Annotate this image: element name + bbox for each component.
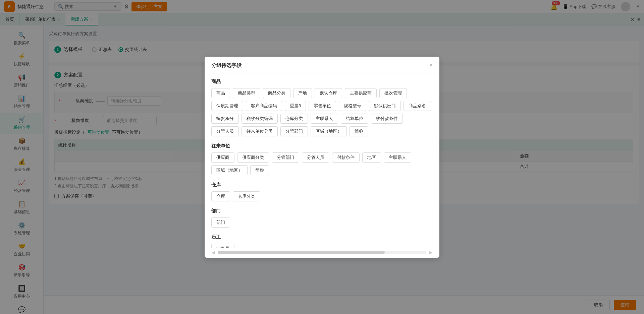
chip-dept[interactable]: 部门 [211,217,230,228]
chip-manage-person2[interactable]: 分管人员 [302,152,329,163]
field-group-warehouse-title: 仓库 [211,182,433,188]
field-group-warehouse: 仓库 仓库 仓库分类 [211,182,433,201]
modal-overlay: 分组待选字段 × 商品 商品 商品类型 商品分类 产地 默认仓库 主要供应商 批… [0,0,644,314]
hscrollbar-thumb [218,251,385,254]
chip-warehouse-category[interactable]: 仓库分类 [280,114,308,124]
scroll-left-arrow[interactable]: ◀ [211,250,215,255]
field-group-dept: 部门 部门 [211,208,433,228]
chip-product-category[interactable]: 商品分类 [263,88,290,98]
chip-supplier-category[interactable]: 供应商分类 [237,152,269,163]
modal-header: 分组待选字段 × [205,57,439,73]
chip-product-type[interactable]: 商品类型 [233,88,260,98]
field-group-dept-title: 部门 [211,208,433,214]
chip-main-contact2[interactable]: 主联系人 [384,152,411,163]
chip-tax-code[interactable]: 税收分类编码 [241,114,278,124]
chip-main-contact[interactable]: 主联系人 [311,114,338,124]
chip-product-alias[interactable]: 商品别名 [404,101,431,111]
chip-supplier[interactable]: 供应商 [211,152,234,163]
chip-payment-cond[interactable]: 付款条件 [332,152,360,163]
chip-default-warehouse[interactable]: 默认仓库 [315,88,342,98]
chip-unit-category[interactable]: 往来单位分类 [241,126,278,136]
chip-batch-mgmt[interactable]: 批次管理 [379,88,407,98]
chip-settlement-unit[interactable]: 结算单位 [341,114,368,124]
modal-dialog: 分组待选字段 × 商品 商品 商品类型 商品分类 产地 默认仓库 主要供应商 批… [205,57,439,258]
modal-title: 分组待选字段 [211,62,241,69]
modal-close-button[interactable]: × [429,62,433,69]
chip-area[interactable]: 地区 [362,152,381,163]
chip-supervisor[interactable]: 分管人员 [211,126,239,136]
chip-warehouse[interactable]: 仓库 [211,191,230,201]
chip-payment-terms[interactable]: 收付款条件 [371,114,403,124]
partner-chips: 供应商 供应商分类 分管部门 分管人员 付款条件 地区 主联系人 区域（地区） … [211,152,433,175]
modal-body: 商品 商品 商品类型 商品分类 产地 默认仓库 主要供应商 批次管理 保质期管理… [205,73,439,248]
chip-weight3[interactable]: 重量3 [285,101,306,111]
scroll-right-arrow[interactable]: ▶ [429,250,433,255]
chip-manage-dept2[interactable]: 分管部门 [272,152,299,163]
chip-warehouse-cat[interactable]: 仓库分类 [233,191,260,201]
chip-spec-model[interactable]: 规格型号 [339,101,366,111]
chip-short-name[interactable]: 简称 [350,126,368,136]
chip-retail-unit[interactable]: 零售单位 [309,101,336,111]
chip-product[interactable]: 商品 [211,88,230,98]
product-chips: 商品 商品类型 商品分类 产地 默认仓库 主要供应商 批次管理 保质期管理 客户… [211,88,433,136]
chip-default-supplier[interactable]: 默认供应商 [369,101,401,111]
chip-main-supplier[interactable]: 主要供应商 [345,88,377,98]
hscrollbar-track[interactable] [218,251,426,254]
warehouse-chips: 仓库 仓库分类 [211,191,433,201]
field-group-product-title: 商品 [211,79,433,85]
field-group-product: 商品 商品 商品类型 商品分类 产地 默认仓库 主要供应商 批次管理 保质期管理… [211,79,433,136]
chip-short-name2[interactable]: 简称 [250,165,269,175]
field-group-partner-title: 往来单位 [211,143,433,149]
field-group-staff-title: 员工 [211,234,433,240]
field-group-staff: 员工 业务员 [211,234,433,248]
staff-chips: 业务员 [211,244,433,248]
chip-customer-code[interactable]: 客户商品编码 [246,101,282,111]
chip-region[interactable]: 区域（地区） [311,126,347,136]
chip-manage-dept[interactable]: 分管部门 [280,126,308,136]
field-group-partner: 往来单位 供应商 供应商分类 分管部门 分管人员 付款条件 地区 主联系人 区域… [211,143,433,175]
chip-origin[interactable]: 产地 [293,88,312,98]
dept-chips: 部门 [211,217,433,228]
chip-pick-score[interactable]: 拣货积分 [211,114,239,124]
chip-region2[interactable]: 区域（地区） [211,165,248,175]
chip-salesperson[interactable]: 业务员 [211,244,234,248]
chip-shelf-life[interactable]: 保质期管理 [211,101,243,111]
modal-hscrollbar-area: ◀ ▶ [205,248,439,258]
